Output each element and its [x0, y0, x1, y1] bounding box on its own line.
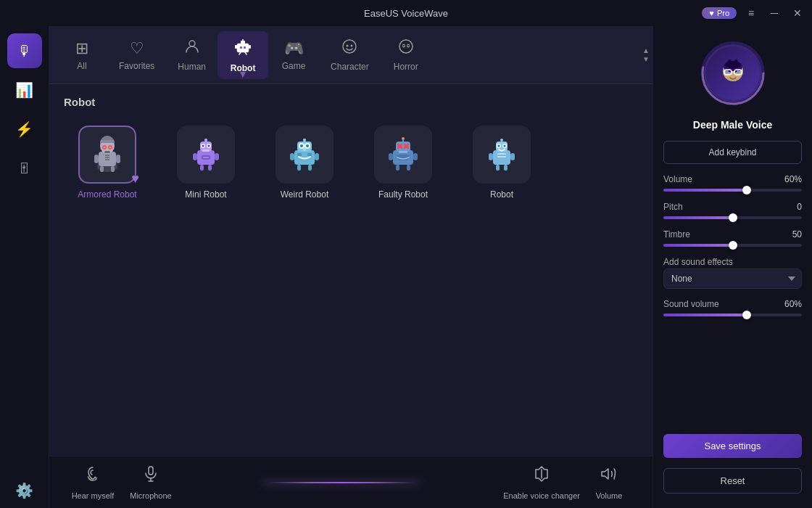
voice-card-robot[interactable]: Robot [458, 120, 545, 205]
pitch-label-row: Pitch 0 [663, 202, 802, 212]
reset-button[interactable]: Reset [663, 468, 802, 493]
soundboard-icon: 📊 [15, 81, 33, 99]
svg-point-14 [403, 45, 405, 46]
pitch-slider-thumb[interactable] [729, 213, 737, 222]
svg-rect-75 [510, 153, 515, 160]
svg-rect-66 [402, 139, 404, 142]
pro-label: Pro [717, 9, 729, 17]
minimize-button[interactable]: ─ [766, 4, 783, 22]
volume-slider-fill [663, 189, 747, 192]
sound-effects-select[interactable]: None Echo Reverb Chorus Distortion [663, 269, 802, 289]
sound-effects-label: Add sound effects [663, 257, 802, 267]
svg-point-83 [504, 145, 506, 147]
svg-rect-7 [249, 45, 251, 49]
voice-grid: ♥ Armored Robot [64, 120, 638, 205]
svg-rect-4 [241, 41, 245, 44]
volume-slider-track[interactable] [663, 189, 802, 192]
bottombar: Hear myself Microphone [49, 456, 652, 508]
active-tab-arrow: ▼ [238, 68, 248, 80]
svg-point-82 [498, 145, 500, 147]
volume-button[interactable]: Volume [580, 465, 638, 500]
svg-point-8 [343, 40, 356, 53]
svg-rect-37 [204, 139, 207, 142]
svg-rect-101 [725, 61, 741, 68]
tab-arrow-down[interactable]: ▼ [642, 56, 650, 63]
svg-rect-2 [240, 46, 242, 49]
tab-all-label: All [77, 61, 86, 71]
volume-icon [600, 465, 618, 487]
voice-card-weird-robot[interactable]: Weird Robot [261, 120, 348, 205]
svg-rect-72 [397, 155, 409, 160]
sidebar-item-settings[interactable]: ⚙️ [7, 473, 42, 508]
add-keybind-button[interactable]: Add keybind [663, 141, 802, 164]
tab-horror[interactable]: Horror [381, 33, 431, 78]
avatar-container [700, 41, 766, 106]
svg-point-100 [737, 70, 740, 73]
timbre-slider-row: Timbre 50 [663, 229, 802, 247]
voice-icon-mini-robot [177, 126, 235, 184]
tab-favorites[interactable]: ♡ Favorites [107, 33, 166, 77]
tab-arrow-up[interactable]: ▲ [642, 47, 650, 54]
tab-scroll-arrows[interactable]: ▲ ▼ [642, 47, 650, 63]
hear-myself-button[interactable]: Hear myself [64, 465, 122, 500]
app-title: EaseUS VoiceWave [364, 8, 448, 19]
volume-slider-thumb[interactable] [742, 186, 751, 194]
volume-slider-row: Volume 60% [663, 174, 802, 192]
microphone-plus-icon: 🎙 [17, 43, 32, 60]
svg-rect-84 [497, 153, 506, 155]
tab-human-label: Human [178, 62, 206, 72]
voice-card-armored-robot[interactable]: ♥ Armored Robot [64, 120, 151, 205]
sound-effects-section: Add sound effects None Echo Reverb Choru… [663, 257, 802, 289]
svg-point-9 [347, 44, 349, 46]
svg-rect-64 [396, 142, 410, 152]
svg-rect-19 [116, 155, 120, 163]
sound-volume-slider-track[interactable] [663, 314, 802, 316]
sidebar-item-voice[interactable]: 🎙 [7, 33, 42, 68]
enable-voice-changer-button[interactable]: Enable voice changer [503, 465, 580, 500]
timbre-slider-thumb[interactable] [729, 241, 737, 250]
menu-button[interactable]: ≡ [742, 4, 760, 22]
svg-rect-48 [297, 165, 301, 171]
voice-card-mini-robot[interactable]: Mini Robot [162, 120, 249, 205]
timbre-label-row: Timbre 50 [663, 229, 802, 239]
tab-human[interactable]: Human [166, 33, 218, 78]
svg-rect-20 [100, 166, 104, 172]
pitch-slider-track[interactable] [663, 216, 802, 219]
close-button[interactable]: ✕ [789, 4, 806, 22]
save-settings-button[interactable]: Save settings [663, 434, 802, 458]
svg-rect-21 [111, 166, 115, 172]
microphone-button[interactable]: Microphone [122, 465, 180, 500]
svg-rect-45 [294, 150, 315, 165]
timbre-slider-fill [663, 244, 733, 247]
content-area: ⊞ All ♡ Favorites Human [49, 26, 652, 508]
svg-rect-58 [307, 153, 312, 156]
svg-point-99 [726, 70, 729, 73]
tab-character[interactable]: Character [319, 33, 381, 78]
svg-rect-47 [315, 153, 319, 160]
tab-game-label: Game [282, 61, 306, 71]
svg-rect-57 [297, 153, 302, 156]
voice-name-weird-robot: Weird Robot [281, 189, 328, 200]
svg-rect-46 [290, 153, 294, 160]
character-icon [341, 38, 357, 59]
sidebar-item-studio[interactable]: ⚡ [7, 112, 42, 147]
tab-favorites-label: Favorites [119, 61, 154, 71]
sidebar-item-mixer[interactable]: 🎚 [7, 151, 42, 186]
svg-point-10 [351, 44, 353, 46]
timbre-slider-track[interactable] [663, 244, 802, 247]
voice-card-faulty-robot[interactable]: Faulty Robot [360, 120, 447, 205]
ear-icon [84, 465, 102, 487]
tab-robot[interactable]: Robot ▼ [218, 31, 268, 79]
lightning-icon: ⚡ [15, 120, 33, 138]
voice-area: Robot [49, 84, 652, 456]
svg-rect-18 [94, 155, 99, 163]
sound-volume-slider-thumb[interactable] [742, 311, 751, 319]
svg-rect-102 [728, 60, 732, 64]
svg-rect-3 [244, 46, 246, 49]
sidebar-item-soundboard[interactable]: 📊 [7, 73, 42, 107]
timbre-slider-value: 50 [792, 229, 802, 239]
sidebar: 🎙 📊 ⚡ 🎚 ⚙️ [0, 26, 49, 508]
tab-all[interactable]: ⊞ All [57, 33, 107, 77]
tab-game[interactable]: 🎮 Game [268, 33, 319, 77]
voice-icon-faulty-robot [374, 126, 432, 184]
